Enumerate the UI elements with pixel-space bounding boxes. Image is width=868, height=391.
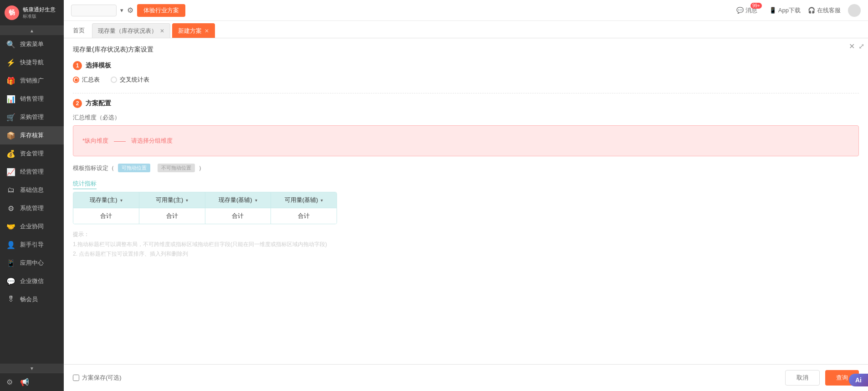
footer-speaker-icon[interactable]: 📢 (20, 378, 29, 386)
sidebar-scroll-up[interactable]: ▲ (0, 26, 64, 35)
step2-num: 2 (73, 99, 82, 108)
sidebar-footer: ⚙ 📢 (0, 373, 64, 391)
sidebar-item-sales[interactable]: 📊 销售管理 (0, 90, 64, 108)
stats-header-cell-0[interactable]: 现存量(主) ▾ (73, 192, 139, 208)
tab-home-label: 首页 (73, 26, 85, 35)
sidebar-item-label: 经营管理 (20, 168, 44, 176)
stats-table: 现存量(主) ▾ 可用量(主) ▾ 现存量(基辅) ▾ (73, 192, 337, 224)
save-checkbox[interactable] (73, 375, 79, 381)
tabs-bar: 首页 现存量（库存状况表） ✕ 新建方案 ✕ (64, 21, 868, 38)
online-service-button[interactable]: 🎧 在线客服 (808, 6, 841, 15)
tab-new-plan-close[interactable]: ✕ (204, 28, 209, 34)
app-version: 标准版 (23, 13, 56, 20)
topbar-left: ▾ ⚙ 体验行业方案 (71, 4, 731, 17)
sidebar-item-label: 应用中心 (20, 259, 44, 267)
tab-home[interactable]: 首页 (67, 23, 90, 38)
stats-header-cell-1[interactable]: 可用量(主) ▾ (139, 192, 205, 208)
step1-title: 选择模板 (86, 62, 111, 70)
radio-crosstab[interactable]: 交叉统计表 (111, 76, 149, 84)
footer-buttons: 取消 查询 (785, 370, 859, 386)
sidebar-item-appcenter[interactable]: 📱 应用中心 (0, 254, 64, 272)
step1-header: 1 选择模板 (73, 61, 859, 70)
step2-title: 方案配置 (86, 99, 111, 108)
stats-col-3-dropdown[interactable]: ▾ (321, 198, 323, 203)
stats-header-row: 现存量(主) ▾ 可用量(主) ▾ 现存量(基辅) ▾ (73, 192, 337, 208)
sidebar: 畅 畅康通好生意 标准版 ▲ 🔍 搜索菜单 ⚡ 快捷导航 🎁 营销推广 📊 销售… (0, 0, 64, 391)
dimension-placeholder-text[interactable]: 请选择分组维度 (131, 137, 173, 145)
step2-header: 2 方案配置 (73, 99, 859, 108)
tab-inventory-close[interactable]: ✕ (160, 28, 164, 34)
cancel-button[interactable]: 取消 (785, 370, 820, 386)
stats-body-row: 合计 合计 合计 合计 (73, 208, 337, 224)
sidebar-item-search[interactable]: 🔍 搜索菜单 (0, 35, 64, 53)
message-icon: 💬 (736, 7, 744, 14)
stats-body-0-value: 合计 (100, 212, 112, 220)
sidebar-item-quicknav[interactable]: ⚡ 快捷导航 (0, 53, 64, 72)
dimension-dashes: —— (114, 138, 126, 144)
sidebar-item-collab[interactable]: 🤝 企业协同 (0, 217, 64, 236)
sidebar-item-label: 畅会员 (20, 295, 38, 304)
sidebar-item-label: 营销推广 (20, 77, 44, 85)
sidebar-item-marketing[interactable]: 🎁 营销推广 (0, 72, 64, 90)
stats-body-cell-1: 合计 (139, 208, 205, 224)
stats-body-cell-0: 合计 (73, 208, 139, 224)
sidebar-item-wechat[interactable]: 💬 企业微信 (0, 272, 64, 290)
basicinfo-icon: 🗂 (6, 185, 15, 195)
sidebar-item-system[interactable]: ⚙ 系统管理 (0, 199, 64, 217)
main-area: ▾ ⚙ 体验行业方案 💬 消息 99+ 📱 App下载 🎧 在线客服 首页 (64, 0, 868, 391)
wechat-icon: 💬 (6, 277, 15, 286)
sidebar-item-label: 搜索菜单 (20, 40, 44, 48)
dimension-box: *纵向维度 —— 请选择分组维度 (73, 125, 859, 156)
user-avatar[interactable] (848, 4, 861, 17)
stats-header-cell-3[interactable]: 可用量(基辅) ▾ (271, 192, 337, 208)
step1-section: 1 选择模板 汇总表 交叉统计表 (73, 61, 859, 84)
sales-icon: 📊 (6, 94, 15, 103)
sidebar-item-guide[interactable]: 👤 新手引导 (0, 236, 64, 254)
sidebar-item-purchase[interactable]: 🛒 采购管理 (0, 108, 64, 126)
panel-close-button[interactable]: ✕ (849, 42, 855, 51)
stats-header-cell-2[interactable]: 现存量(基辅) ▾ (205, 192, 271, 208)
inventory-icon: 📦 (6, 131, 15, 140)
stats-col-0-label: 现存量(主) (90, 196, 117, 204)
tab-new-plan[interactable]: 新建方案 ✕ (172, 23, 215, 38)
indicator-settings: 模板指标设定（ 可拖动位置 不可拖动位置 ） (73, 164, 859, 172)
sidebar-item-operations[interactable]: 📈 经营管理 (0, 163, 64, 181)
message-button[interactable]: 💬 消息 99+ (736, 6, 757, 15)
sidebar-item-basicinfo[interactable]: 🗂 基础信息 (0, 181, 64, 199)
topbar-dropdown-icon[interactable]: ▾ (120, 7, 123, 14)
sidebar-item-member[interactable]: 🎖 畅会员 (0, 290, 64, 309)
purchase-icon: 🛒 (6, 113, 15, 122)
tab-inventory[interactable]: 现存量（库存状况表） ✕ (92, 23, 170, 38)
topbar-search-input[interactable] (71, 5, 117, 16)
app-download-button[interactable]: 📱 App下载 (769, 6, 801, 15)
no-drag-badge: 不可拖动位置 (158, 164, 195, 172)
stats-body-cell-3: 合计 (271, 208, 337, 224)
footer-gear-icon[interactable]: ⚙ (6, 378, 13, 386)
panel-title: 现存量(库存状况表)方案设置 (73, 46, 859, 54)
sidebar-item-inventory[interactable]: 📦 库存核算 (0, 126, 64, 144)
trial-industry-button[interactable]: 体验行业方案 (137, 4, 185, 17)
sidebar-item-label: 资金管理 (20, 149, 44, 158)
sidebar-scroll-down[interactable]: ▼ (0, 364, 64, 373)
indicator-label-prefix: 模板指标设定（ (73, 164, 114, 172)
indicator-label-suffix: ） (199, 164, 204, 172)
panel-expand-button[interactable]: ⤢ (858, 42, 864, 51)
radio-summary-table[interactable]: 汇总表 (73, 76, 100, 84)
sidebar-item-finance[interactable]: 💰 资金管理 (0, 144, 64, 163)
stats-col-2-dropdown[interactable]: ▾ (255, 198, 257, 203)
ai-badge[interactable]: Ai (849, 374, 868, 386)
stats-col-0-dropdown[interactable]: ▾ (120, 198, 123, 203)
topbar-gear-icon[interactable]: ⚙ (127, 6, 133, 15)
tips-section: 提示： 1.拖动标题栏可以调整布局，不可跨维度或指标区域拖动栏目字段(只能在同一… (73, 230, 859, 259)
tab-new-plan-label: 新建方案 (178, 27, 202, 35)
marketing-icon: 🎁 (6, 76, 15, 85)
indicator-label: 模板指标设定（ 可拖动位置 不可拖动位置 ） (73, 164, 859, 172)
stats-col-1-dropdown[interactable]: ▾ (186, 198, 188, 203)
radio-summary-indicator (73, 77, 79, 83)
sidebar-item-label: 快捷导航 (20, 58, 44, 67)
stats-title: 统计指标 (73, 180, 97, 189)
guide-icon: 👤 (6, 240, 15, 249)
collab-icon: 🤝 (6, 222, 15, 231)
topbar-right: 💬 消息 99+ 📱 App下载 🎧 在线客服 (736, 4, 861, 17)
sidebar-item-label: 库存核算 (20, 131, 44, 139)
